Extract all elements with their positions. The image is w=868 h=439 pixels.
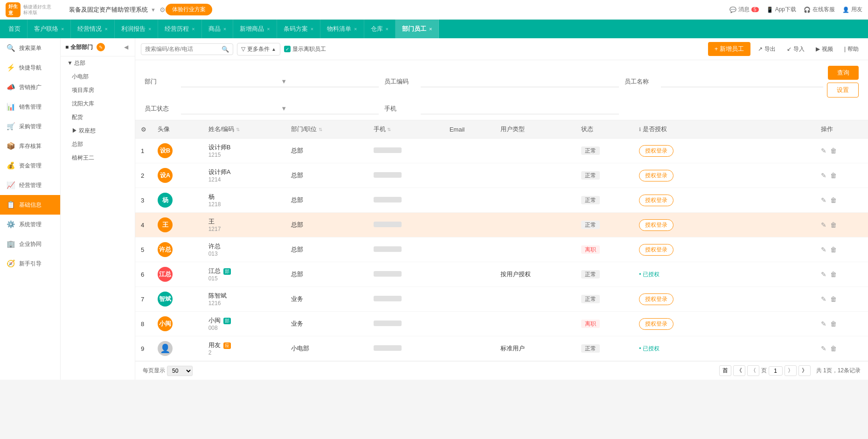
col-name[interactable]: 姓名/编码 ⇅ xyxy=(203,120,285,139)
dept-item-配货[interactable]: 配货 xyxy=(61,111,135,124)
dept-edit-icon[interactable]: ✎ xyxy=(97,43,105,51)
next-btn[interactable]: 〉 xyxy=(785,365,797,376)
left-nav-item-finance[interactable]: 💰资金管理 xyxy=(0,156,60,175)
left-nav-item-operations[interactable]: 📈经营管理 xyxy=(0,175,60,195)
close-tab-icon[interactable]: × xyxy=(223,26,226,32)
search-box[interactable]: 🔍 xyxy=(141,43,233,55)
add-employee-btn[interactable]: + 新增员工 xyxy=(708,42,750,56)
edit-icon[interactable]: ✎ xyxy=(821,147,826,154)
app-download-action[interactable]: 📱 App下载 xyxy=(766,6,796,14)
delete-icon[interactable]: 🗑 xyxy=(830,196,837,204)
user-action[interactable]: 👤 用友 xyxy=(842,6,862,14)
close-tab-icon[interactable]: × xyxy=(429,26,432,32)
auth-btn[interactable]: 授权登录 xyxy=(639,170,674,181)
export-btn[interactable]: ↗ 导出 xyxy=(754,43,779,55)
delete-icon[interactable]: 🗑 xyxy=(830,147,837,154)
search-icon[interactable]: 🔍 xyxy=(222,46,229,53)
nav-tab-新增商品[interactable]: 新增商品× xyxy=(233,20,277,38)
filter-more-btn[interactable]: ▽ 更多条件 ▲ xyxy=(237,43,280,56)
left-nav-item-enterprise[interactable]: 🏢企业协同 xyxy=(0,234,60,254)
delete-icon[interactable]: 🗑 xyxy=(830,295,837,303)
close-tab-icon[interactable]: × xyxy=(104,26,107,32)
left-nav-item-inventory[interactable]: 📦库存核算 xyxy=(0,136,60,156)
try-btn[interactable]: 体验行业方案 xyxy=(166,4,212,15)
nav-tab-经营历程[interactable]: 经营历程× xyxy=(158,20,201,38)
close-tab-icon[interactable]: × xyxy=(148,26,151,32)
online-support-action[interactable]: 🎧 在线客服 xyxy=(804,6,835,14)
emp-name-input[interactable] xyxy=(661,76,823,87)
col-settings[interactable]: ⚙ xyxy=(135,120,152,139)
dept-item-项目库房[interactable]: 项目库房 xyxy=(61,84,135,97)
edit-icon[interactable]: ✎ xyxy=(821,345,826,352)
auth-btn[interactable]: 授权登录 xyxy=(639,219,674,231)
dept-item-总部[interactable]: ▼ 总部 xyxy=(61,56,135,70)
delete-icon[interactable]: 🗑 xyxy=(830,246,837,253)
auth-btn[interactable]: 授权登录 xyxy=(639,293,674,305)
edit-icon[interactable]: ✎ xyxy=(821,196,826,204)
nav-tab-条码方案[interactable]: 条码方案× xyxy=(277,20,320,38)
import-btn[interactable]: ↙ 导入 xyxy=(783,43,808,55)
edit-icon[interactable]: ✎ xyxy=(821,246,826,253)
delete-icon[interactable]: 🗑 xyxy=(830,172,837,179)
close-tab-icon[interactable]: × xyxy=(192,26,194,32)
prev-btn[interactable]: 〈 xyxy=(747,365,759,376)
nav-tab-物料清单[interactable]: 物料清单× xyxy=(320,20,364,38)
query-btn[interactable]: 查询 xyxy=(828,66,859,80)
help-btn[interactable]: | 帮助 xyxy=(840,43,862,55)
emp-code-input[interactable] xyxy=(421,76,618,87)
left-nav-item-basic-info[interactable]: 📋基础信息 xyxy=(0,195,60,215)
left-nav-item-quick-nav[interactable]: ⚡快捷导航 xyxy=(0,58,60,77)
close-tab-icon[interactable]: × xyxy=(267,26,270,32)
collapse-btn[interactable]: ◀ xyxy=(122,42,130,52)
message-action[interactable]: 💬 消息 5 xyxy=(729,6,759,14)
search-input[interactable] xyxy=(145,46,220,52)
left-nav-item-marketing[interactable]: 📣营销推广 xyxy=(0,77,60,97)
gear-icon[interactable]: ⚙ xyxy=(160,6,166,14)
close-tab-icon[interactable]: × xyxy=(386,26,389,32)
delete-icon[interactable]: 🗑 xyxy=(830,271,837,278)
set-btn[interactable]: 设置 xyxy=(827,83,859,98)
dept-item-双座想[interactable]: ▶ 双座想 xyxy=(61,124,135,138)
delete-icon[interactable]: 🗑 xyxy=(830,320,837,328)
prev-prev-btn[interactable]: 《 xyxy=(733,365,745,376)
edit-icon[interactable]: ✎ xyxy=(821,172,826,179)
dropdown-arrow[interactable]: ▼ xyxy=(151,7,156,13)
emp-status-select[interactable]: ▼ xyxy=(181,103,379,114)
col-phone[interactable]: 手机 ⇅ xyxy=(368,120,444,139)
page-input[interactable] xyxy=(769,366,783,376)
left-nav-item-purchase[interactable]: 🛒采购管理 xyxy=(0,117,60,136)
delete-icon[interactable]: 🗑 xyxy=(830,345,837,352)
show-resigned-checkbox[interactable]: ✓ xyxy=(284,46,291,52)
auth-btn[interactable]: 授权登录 xyxy=(639,145,674,157)
left-nav-item-search-menu[interactable]: 🔍搜索菜单 xyxy=(0,38,60,58)
close-tab-icon[interactable]: × xyxy=(354,26,357,32)
edit-icon[interactable]: ✎ xyxy=(821,271,826,278)
nav-tab-客户联络[interactable]: 客户联络× xyxy=(28,20,71,38)
nav-tab-商品[interactable]: 商品× xyxy=(202,20,233,38)
edit-icon[interactable]: ✎ xyxy=(821,221,826,229)
edit-icon[interactable]: ✎ xyxy=(821,295,826,303)
left-nav-item-system[interactable]: ⚙️系统管理 xyxy=(0,215,60,234)
first-page-btn[interactable]: 首 xyxy=(719,365,731,376)
auth-btn[interactable]: 授权登录 xyxy=(639,318,674,330)
page-size-select[interactable]: 50 100 xyxy=(167,366,193,376)
auth-btn[interactable]: 授权登录 xyxy=(639,244,674,256)
last-btn[interactable]: 》 xyxy=(799,365,811,376)
nav-tab-利润报告[interactable]: 利润报告× xyxy=(115,20,158,38)
dept-item-沈阳大库[interactable]: 沈阳大库 xyxy=(61,97,135,111)
edit-icon[interactable]: ✎ xyxy=(821,320,826,328)
delete-icon[interactable]: 🗑 xyxy=(830,221,837,229)
show-resigned-toggle[interactable]: ✓ 显示离职员工 xyxy=(284,45,326,53)
nav-tab-部门员工[interactable]: 部门员工× xyxy=(396,20,439,38)
phone-input[interactable] xyxy=(421,103,618,114)
left-nav-item-guide[interactable]: 🧭新手引导 xyxy=(0,254,60,273)
nav-tab-经营情况[interactable]: 经营情况× xyxy=(71,20,114,38)
nav-tab-仓库[interactable]: 仓库× xyxy=(364,20,396,38)
nav-tab-首页[interactable]: 首页 xyxy=(2,20,28,38)
col-dept[interactable]: 部门/职位 ⇅ xyxy=(285,120,368,139)
view-btn[interactable]: ▶ 视频 xyxy=(812,43,837,55)
dept-filter-select[interactable]: ▼ xyxy=(181,76,379,87)
close-tab-icon[interactable]: × xyxy=(61,26,64,32)
dept-item-总部[interactable]: 总部 xyxy=(61,138,135,151)
dept-item-植树王二[interactable]: 植树王二 xyxy=(61,151,135,165)
